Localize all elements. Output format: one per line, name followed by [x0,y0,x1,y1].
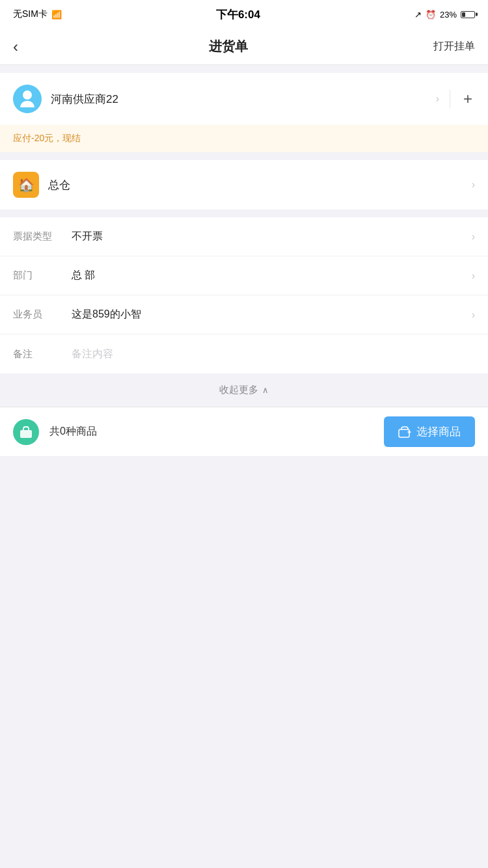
add-supplier-button[interactable]: + [461,87,475,111]
supplier-row[interactable]: 河南供应商22 › + [0,73,488,125]
salesperson-label: 业务员 [13,308,65,321]
warehouse-icon: 🏠 [13,172,39,198]
invoice-type-chevron-icon: › [472,231,475,243]
collapse-label: 收起更多 [219,384,258,396]
supplier-chevron-icon: › [436,93,439,105]
remark-row[interactable]: 备注 备注内容 [0,334,488,373]
department-label: 部门 [13,269,65,282]
notice-banner: 应付-20元，现结 [0,125,488,152]
salesperson-chevron-icon: › [472,309,475,321]
supplier-avatar [13,85,42,113]
carrier-text: 无SIM卡 [13,8,47,20]
product-count-icon [13,419,39,445]
status-time: 下午6:04 [216,7,260,22]
supplier-name: 河南供应商22 [51,92,436,107]
department-value: 总 部 [72,269,472,282]
alarm-icon: ⏰ [426,10,436,20]
supplier-divider [450,90,450,108]
warehouse-chevron-icon: › [472,179,475,191]
warehouse-card: 🏠 总仓 › [0,160,488,210]
invoice-type-value: 不开票 [72,230,472,243]
gray-background [0,456,488,651]
navigation-bar: ‹ 进货单 打开挂单 [0,29,488,65]
bottom-bar: 共0种商品 选择商品 [0,407,488,456]
location-icon: ↗ [414,10,422,20]
collapse-row[interactable]: 收起更多 ∧ [0,373,488,407]
invoice-type-label: 票据类型 [13,230,65,243]
department-row[interactable]: 部门 总 部 › [0,256,488,295]
page-title: 进货单 [209,38,248,55]
svg-rect-0 [20,430,32,438]
battery-icon [461,11,475,18]
supplier-card: 河南供应商22 › + 应付-20元，现结 [0,73,488,152]
salesperson-value: 这是859的小智 [72,308,472,321]
gap-1 [0,65,488,73]
form-section: 票据类型 不开票 › 部门 总 部 › 业务员 这是859的小智 › 备注 备注… [0,217,488,373]
collapse-arrow-icon: ∧ [262,385,269,395]
gap-3 [0,210,488,217]
battery-text: 23% [440,10,457,20]
salesperson-row[interactable]: 业务员 这是859的小智 › [0,295,488,334]
back-button[interactable]: ‹ [8,33,23,61]
warehouse-name: 总仓 [48,178,472,193]
avatar-person-icon [19,90,36,107]
status-right: ↗ ⏰ 23% [414,10,475,20]
status-bar: 无SIM卡 📶 下午6:04 ↗ ⏰ 23% [0,0,488,29]
select-product-label: 选择商品 [416,424,461,439]
svg-rect-1 [399,429,409,437]
notice-text: 应付-20元，现结 [13,133,81,143]
invoice-type-row[interactable]: 票据类型 不开票 › [0,217,488,256]
wifi-icon: 📶 [51,10,62,20]
gap-2 [0,152,488,160]
remark-value: 备注内容 [72,347,475,361]
department-chevron-icon: › [472,270,475,282]
remark-label: 备注 [13,348,65,360]
product-count-text: 共0种商品 [49,425,373,439]
warehouse-row[interactable]: 🏠 总仓 › [0,160,488,210]
status-left: 无SIM卡 📶 [13,8,62,20]
open-pending-button[interactable]: 打开挂单 [433,40,475,53]
select-product-button[interactable]: 选择商品 [384,416,475,447]
